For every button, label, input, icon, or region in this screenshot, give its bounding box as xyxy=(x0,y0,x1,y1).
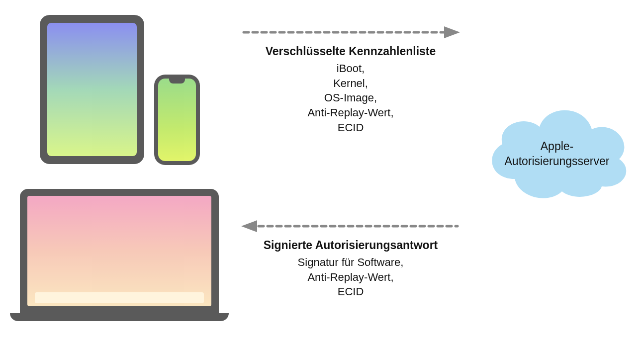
response-lines: Signatur für Software, Anti-Replay-Wert,… xyxy=(239,255,462,299)
request-block: Verschlüsselte Kennzahlenliste iBoot, Ke… xyxy=(239,25,462,135)
laptop-icon xyxy=(20,189,229,321)
response-title: Signierte Autorisierungsantwort xyxy=(239,239,462,252)
svg-marker-1 xyxy=(444,26,460,38)
arrow-right-icon xyxy=(241,25,460,40)
svg-marker-3 xyxy=(241,220,257,232)
cloud-line-2: Autorisierungsserver xyxy=(485,154,629,169)
request-line-5: ECID xyxy=(239,120,462,135)
request-title: Verschlüsselte Kennzahlenliste xyxy=(239,45,462,58)
cloud-label: Apple- Autorisierungsserver xyxy=(480,139,634,169)
iphone-notch xyxy=(169,79,185,84)
cloud-line-1: Apple- xyxy=(485,139,629,154)
request-line-1: iBoot, xyxy=(239,61,462,76)
response-block: Signierte Autorisierungsantwort Signatur… xyxy=(239,219,462,299)
arrow-left-icon xyxy=(241,219,460,234)
request-line-3: OS-Image, xyxy=(239,90,462,105)
laptop-screen xyxy=(27,196,211,306)
iphone-screen xyxy=(158,79,196,161)
response-line-2: Anti-Replay-Wert, xyxy=(239,270,462,285)
diagram-container: Verschlüsselte Kennzahlenliste iBoot, Ke… xyxy=(0,0,644,341)
cloud-group: Apple- Autorisierungsserver xyxy=(480,89,634,206)
response-line-1: Signatur für Software, xyxy=(239,255,462,270)
request-line-2: Kernel, xyxy=(239,76,462,91)
response-line-3: ECID xyxy=(239,284,462,299)
laptop-dock xyxy=(35,292,204,303)
laptop-body xyxy=(20,189,219,313)
ipad-icon xyxy=(40,15,144,164)
request-line-4: Anti-Replay-Wert, xyxy=(239,105,462,120)
iphone-icon xyxy=(154,75,200,165)
request-lines: iBoot, Kernel, OS-Image, Anti-Replay-Wer… xyxy=(239,61,462,135)
ipad-screen xyxy=(47,23,137,156)
laptop-base xyxy=(10,313,229,321)
